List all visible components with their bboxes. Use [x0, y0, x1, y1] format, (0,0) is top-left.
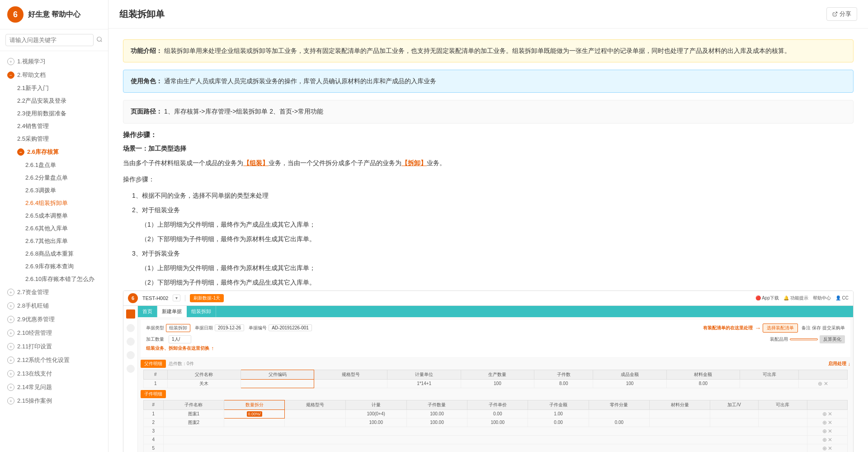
logo-icon: 6 [7, 6, 24, 23]
row-l-del-icon5: ✕ [828, 445, 832, 452]
lower-section-header: 子件明细 [141, 390, 850, 398]
search-input[interactable] [5, 34, 94, 46]
expand-icon-mgmt: + [7, 329, 14, 337]
share-button[interactable]: 分享 [826, 7, 857, 21]
sidebar-item-transfer[interactable]: 2.6.3调拨单 [0, 184, 108, 197]
sidebar-item-ledger-fix[interactable]: 2.6.10库存账本错了怎么办 [0, 273, 108, 285]
cell-l-seq5: 5 [144, 444, 164, 452]
sidebar-item-customize[interactable]: + 2.12系统个性化设置 [0, 353, 108, 367]
sidebar-item-partial-stocktake[interactable]: 2.6.2分量盘点单 [0, 171, 108, 184]
screenshot-upper-section: 父件明细 总件数：0件 启用处理 ↓ [141, 360, 850, 388]
row-del-icon: ✕ [824, 381, 828, 387]
col-available: 可出库 [740, 370, 799, 379]
cell-l-amt2: 0.00 [528, 418, 589, 427]
sidebar-item-sales[interactable]: 2.4销售管理 [0, 120, 108, 133]
sidebar-item-cases[interactable]: + 2.15操作案例 [0, 394, 108, 408]
cell-l-op3: ⊕ ✕ [807, 427, 847, 435]
cell-l-subqty2: 100.00 [406, 418, 467, 427]
row-l-copy-icon1: ⊕ [822, 411, 827, 417]
row-l-copy-icon5: ⊕ [822, 445, 827, 452]
func-intro-block: 功能介绍： 组装拆卸单用来处理企业组装或拆卸等加工业务，支持有固定装配清单的产品… [123, 39, 854, 62]
sidebar-item-faq[interactable]: + 2.14常见问题 [0, 381, 108, 394]
cell-empty3 [163, 427, 807, 435]
screenshot-body: 首页 新建单据 组装拆卸 单据类型 组装拆卸 [138, 306, 853, 452]
col-mat-amt: 材料金额 [666, 370, 740, 379]
split-tag1: 0.00%/ [247, 411, 262, 417]
sidebar-item-ledger-query[interactable]: 2.6.9库存账本查询 [0, 260, 108, 273]
lower-table-row-3: 3 ⊕ ✕ [144, 427, 848, 435]
col-l-name: 子件名称 [163, 400, 224, 409]
cell-l-unit2: 100.00 [345, 418, 406, 427]
cell-l-process1 [710, 409, 759, 418]
nav-icon-home [126, 309, 135, 319]
nav-list: + 1.视频学习 − 2.帮助文档 2.1新手入门 2.2产品安装及登录 2.3… [0, 51, 108, 452]
sidebar-item-cost-adj[interactable]: 2.6.5成本调整单 [0, 209, 108, 222]
step2: 2、对于组装业务 [123, 204, 854, 216]
expand-icon-coupon: + [7, 316, 14, 323]
sidebar-item-payment[interactable]: + 2.13在线支付 [0, 367, 108, 381]
cell-l-op4: ⊕ ✕ [807, 435, 847, 444]
sidebar-item-print[interactable]: + 2.11打印设置 [0, 340, 108, 353]
sidebar-item-finance[interactable]: + 2.7资金管理 [0, 285, 108, 299]
sidebar-item-help-docs[interactable]: − 2.帮助文档 [0, 68, 108, 82]
step1: 1、根据不同的业务，选择不同单据的类型来处理 [123, 189, 854, 202]
scr-label-doc-num: 单据编号 [249, 325, 267, 331]
screenshot-tab-assembly: 组装拆卸 [187, 306, 216, 317]
sidebar-item-videos[interactable]: + 1.视频学习 [0, 55, 108, 68]
sidebar-item-inventory[interactable]: − 2.6库存核算 [0, 145, 108, 159]
nav-dot-4 [127, 365, 135, 373]
lower-section-label: 子件明细 [141, 390, 166, 398]
col-l-subqty: 子件数量 [406, 400, 467, 409]
col-qty: 生产数量 [461, 370, 534, 379]
page-path-label: 页面路径： [131, 108, 162, 115]
sidebar-item-coupon[interactable]: + 2.9优惠券管理 [0, 313, 108, 326]
col-l-price: 子件单价 [467, 400, 528, 409]
sidebar-item-install[interactable]: 2.2产品安装及登录 [0, 95, 108, 107]
screenshot-user: 👤 CC [835, 295, 849, 300]
scr-input-date: 2019-12-26 [215, 324, 244, 331]
expand-icon-payment: + [7, 370, 14, 377]
cell-l-avail2 [758, 418, 807, 427]
sidebar-item-assembly[interactable]: 2.6.4组装拆卸单 [0, 197, 108, 209]
scr-label-doc-type: 单据类型 [146, 325, 164, 331]
step2-sub1: （1）上部明细为父件明细，最终作为产成品生成其它入库单； [123, 218, 854, 231]
cell-l-amt1: 1.00 [528, 409, 589, 418]
main-content-area: 组装拆卸单 分享 功能介绍： 组装拆卸单用来处理企业组装或拆卸等加工业务，支持有… [108, 0, 868, 452]
search-button[interactable] [96, 36, 103, 44]
sidebar-item-newbie[interactable]: 2.1新手入门 [0, 82, 108, 95]
nav-dot-1 [127, 324, 135, 332]
sidebar-item-label: 2.帮助文档 [17, 71, 46, 79]
screenshot-refresh-btn: 刷新数据-1天 [190, 294, 224, 302]
sidebar-item-other-in[interactable]: 2.6.6其他入库单 [0, 222, 108, 235]
sidebar-item-stocktake[interactable]: 2.6.1盘点单 [0, 159, 108, 171]
sidebar-item-label: 2.9优惠券管理 [17, 315, 55, 324]
screenshot-form: 单据类型 组装拆卸 单据日期 2019-12-26 单据编号 AD-201912… [141, 320, 850, 357]
zuanzhuang-link[interactable]: 【组装】 [243, 159, 269, 167]
screenshot-logo: 6 [128, 293, 138, 303]
expand-icon-print: + [7, 343, 14, 350]
annotation3-text: 启用处理 [828, 361, 846, 367]
chaijian-link[interactable]: 【拆卸】 [401, 159, 427, 167]
sidebar-item-mobile[interactable]: + 2.8手机旺铺 [0, 299, 108, 313]
orange-tag-split: 数量拆分 [245, 402, 264, 407]
sidebar-item-data-prep[interactable]: 2.3使用前数据准备 [0, 107, 108, 120]
col-l-mat-share: 材料分量 [650, 400, 710, 409]
col-seq: # [144, 370, 168, 379]
cell-l-spec1 [285, 409, 345, 418]
sidebar-item-cost-recalc[interactable]: 2.6.8商品成本重算 [0, 247, 108, 260]
sidebar-item-label: 2.14常见问题 [17, 383, 52, 391]
cell-seq: 1 [144, 379, 168, 388]
annotation2-text: 组装业务、拆卸业务在这里切换 [146, 345, 209, 352]
sidebar-item-other-out[interactable]: 2.6.7其他出库单 [0, 235, 108, 247]
sidebar-item-mgmt[interactable]: + 2.10经营管理 [0, 326, 108, 340]
screenshot-topbar-icons: 🔴 App下载 🔔 功能提示 帮助中心 👤 CC [755, 295, 849, 301]
cell-unit: 1*14+1 [387, 379, 461, 388]
sidebar-item-purchase[interactable]: 2.5采购管理 [0, 133, 108, 145]
func-intro-text: 组装拆卸单用来处理企业组装或拆卸等加工业务，支持有固定装配清单的产品加工业务，也… [164, 47, 791, 54]
svg-line-1 [101, 40, 102, 42]
annotation1-text: 有装配清单的在这里处理 [703, 325, 753, 331]
lower-table-row-2: 2 图案2 100.00 100.00 100.00 0.00 0.00 [144, 418, 848, 427]
col-sub-count: 子件数 [534, 370, 593, 379]
cell-l-split2 [224, 418, 284, 427]
use-role-text: 通常由生产人员或库管人员完成拆装业务的操作，库管人员确认原材料的出库和产成品的入… [164, 77, 436, 85]
